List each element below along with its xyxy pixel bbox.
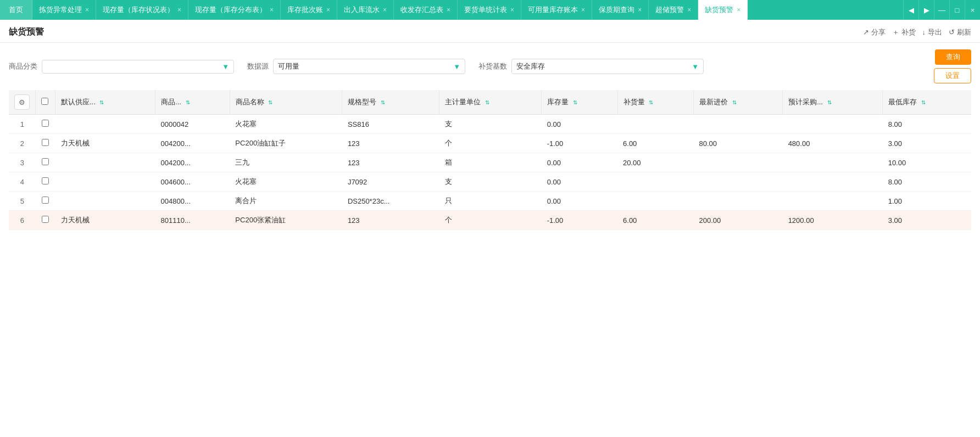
tab-pick-error[interactable]: 拣货异常处理 × [32,0,96,20]
share-button[interactable]: ↗ 分享 [863,27,886,37]
tab-inout[interactable]: 出入库流水 × [337,0,394,20]
row-replenish-qty: 6.00 [617,134,693,153]
col-product-code-label: 商品... [161,98,181,106]
row-min-stock: 3.00 [883,134,971,153]
row-checkbox[interactable] [42,216,49,223]
datasource-select[interactable]: 可用量 ▼ [273,59,465,74]
tab-summary[interactable]: 收发存汇总表 × [394,0,458,20]
col-latest-price[interactable]: 最新进价 ⇅ [693,90,782,115]
col-product-name[interactable]: 商品名称 ⇅ [230,90,342,115]
tab-stock-status-label: 现存量（库存状况表） [103,5,174,15]
tab-stock-status-close[interactable]: × [177,6,181,14]
row-spec: 123 [342,153,439,172]
tab-summary-close[interactable]: × [447,6,450,14]
row-product-name: PC200油缸缸子 [230,134,342,153]
row-num: 4 [9,172,36,192]
tab-batch[interactable]: 库存批次账 × [281,0,337,20]
table-gear-btn[interactable]: ⚙ [14,94,30,110]
tab-order-close[interactable]: × [510,6,514,14]
row-min-stock: 8.00 [883,172,971,192]
row-num: 6 [9,211,36,230]
col-stock[interactable]: 库存量 ⇅ [542,90,617,115]
row-est-purchase: 480.00 [783,134,883,153]
row-checkbox[interactable] [42,139,49,146]
sort-supplier-icon: ⇅ [99,99,104,105]
col-supplier[interactable]: 默认供应... ⇅ [55,90,155,115]
select-all-checkbox[interactable] [41,98,48,105]
row-est-purchase [783,192,883,211]
tab-inout-close[interactable]: × [383,6,387,14]
row-min-stock: 10.00 [883,153,971,172]
tab-scroll-left[interactable]: ◀ [903,0,918,20]
tab-maximize[interactable]: □ [949,0,965,20]
tab-overstock[interactable]: 超储预警 × [649,0,698,20]
refresh-icon: ↺ [949,28,955,36]
col-spec[interactable]: 规格型号 ⇅ [342,90,439,115]
tab-stock-dist[interactable]: 现存量（库存分布表） × [188,0,281,20]
row-spec: J7092 [342,172,439,192]
row-product-name: 三九 [230,153,342,172]
row-replenish-qty [617,115,693,134]
tab-expiry[interactable]: 保质期查询 × [592,0,649,20]
tab-minimize[interactable]: — [934,0,949,20]
settings-button[interactable]: 设置 [934,68,971,83]
tab-home[interactable]: 首页 [0,0,32,20]
tab-stock-dist-close[interactable]: × [270,6,274,14]
col-replenish-qty[interactable]: 补货量 ⇅ [617,90,693,115]
row-spec: 123 [342,211,439,230]
row-num: 2 [9,134,36,153]
row-checkbox[interactable] [42,177,49,184]
tab-order[interactable]: 要货单统计表 × [458,0,521,20]
data-table: ⚙ 默认供应... ⇅ 商品... ⇅ 商品名称 ⇅ [9,90,971,230]
row-stock: 0.00 [542,115,617,134]
col-est-purchase[interactable]: 预计采购... ⇅ [783,90,883,115]
category-select[interactable]: ▼ [42,60,234,74]
replenish-button[interactable]: ＋ 补货 [892,27,916,37]
tab-available[interactable]: 可用量库存账本 × [521,0,592,20]
tab-shortage-close[interactable]: × [737,6,740,14]
page-header: 缺货预警 ↗ 分享 ＋ 补货 ↓ 导出 ↺ 刷新 [0,20,980,43]
row-supplier [55,192,155,211]
row-supplier [55,172,155,192]
row-est-purchase [783,153,883,172]
row-stock: 0.00 [542,172,617,192]
tab-available-close[interactable]: × [581,6,585,14]
row-unit: 支 [439,115,542,134]
table-row: 5 004800... 离合片 DS250*23c... 只 0.00 1.00 [9,192,971,211]
row-latest-price [693,153,782,172]
table-body: 1 0000042 火花塞 SS816 支 0.00 8.00 2 力天机械 0… [9,115,971,230]
filter-actions: 查询 设置 [934,49,971,83]
col-min-stock[interactable]: 最低库存 ⇅ [883,90,971,115]
tab-stock-status[interactable]: 现存量（库存状况表） × [96,0,188,20]
replenish-select[interactable]: 安全库存 ▼ [511,59,704,74]
row-min-stock: 8.00 [883,115,971,134]
tab-shortage[interactable]: 缺货预警 × [698,0,748,20]
tab-batch-close[interactable]: × [326,6,330,14]
col-unit[interactable]: 主计量单位 ⇅ [439,90,542,115]
refresh-button[interactable]: ↺ 刷新 [949,27,971,37]
tab-scroll-right[interactable]: ▶ [918,0,934,20]
table-container: ⚙ 默认供应... ⇅ 商品... ⇅ 商品名称 ⇅ [0,90,980,230]
replenish-label: 补货基数 [478,61,507,71]
row-unit: 支 [439,172,542,192]
export-button[interactable]: ↓ 导出 [922,27,943,37]
row-checkbox[interactable] [42,158,49,165]
row-stock: 0.00 [542,153,617,172]
category-label: 商品分类 [9,61,37,71]
col-latest-price-label: 最新进价 [699,98,728,106]
row-checkbox-cell [36,211,55,230]
tab-pick-error-close[interactable]: × [85,6,89,14]
row-product-name: 离合片 [230,192,342,211]
col-product-code[interactable]: 商品... ⇅ [155,90,230,115]
tab-inout-label: 出入库流水 [344,5,380,15]
tab-order-label: 要货单统计表 [464,5,507,15]
row-checkbox[interactable] [42,120,49,127]
tab-expiry-close[interactable]: × [638,6,642,14]
tab-overstock-close[interactable]: × [687,6,691,14]
row-product-code: 004800... [155,192,230,211]
category-dropdown-icon: ▼ [222,63,229,71]
row-checkbox[interactable] [42,197,49,204]
tab-close-window[interactable]: × [965,0,980,20]
query-button[interactable]: 查询 [935,49,971,65]
row-stock: 0.00 [542,192,617,211]
